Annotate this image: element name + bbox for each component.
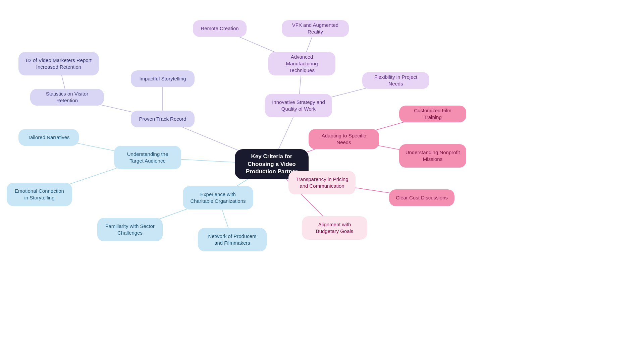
node-proven-track-record: Proven Track Record	[131, 111, 195, 127]
node-adapting-needs: Adapting to Specific Needs	[309, 129, 379, 149]
node-tailored-narratives: Tailored Narratives	[18, 129, 79, 146]
node-video-marketers: 82 of Video Marketers Report Increased R…	[18, 52, 99, 75]
node-network-producers: Network of Producers and Filmmakers	[198, 228, 267, 251]
node-emotional-connection: Emotional Connection in Storytelling	[7, 183, 72, 206]
node-transparency-pricing: Transparency in Pricing and Communicatio…	[288, 171, 356, 194]
node-innovative-strategy: Innovative Strategy and Quality of Work	[265, 94, 332, 117]
node-remote-creation: Remote Creation	[193, 20, 247, 37]
node-familiarity-sector: Familiarity with Sector Challenges	[97, 218, 163, 241]
node-experience-charitable: Experience with Charitable Organizations	[183, 186, 253, 209]
node-statistics-retention: Statistics on Visitor Retention	[30, 89, 104, 106]
node-advanced-manufacturing: Advanced Manufacturing Techniques	[268, 52, 335, 75]
node-flexibility: Flexibility in Project Needs	[362, 72, 429, 89]
node-understanding-nonprofit: Understanding Nonprofit Missions	[399, 144, 466, 168]
node-clear-cost: Clear Cost Discussions	[389, 189, 454, 206]
node-alignment-budgetary: Alignment with Budgetary Goals	[302, 216, 367, 240]
node-impactful-storytelling: Impactful Storytelling	[131, 70, 195, 87]
node-understanding-target: Understanding the Target Audience	[114, 146, 181, 169]
node-customized-film: Customized Film Training	[399, 106, 466, 122]
node-vfx-ar: VFX and Augmented Reality	[282, 20, 349, 37]
